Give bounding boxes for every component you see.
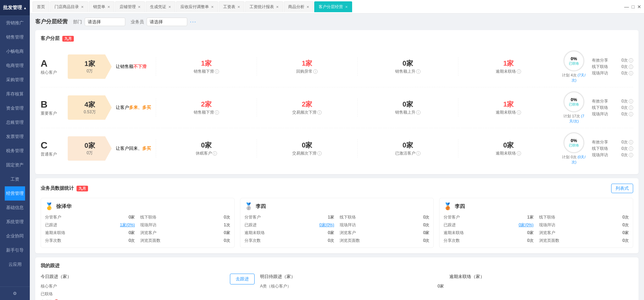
goto-followup-button[interactable]: 去跟进 [230,274,255,284]
sidebar-item-企业协同[interactable]: 企业协同 [5,229,25,243]
info-icon[interactable]: i [629,112,633,116]
stat-label: 浏览客户 [140,230,156,236]
tab-店铺管理[interactable]: 店铺管理✕ [115,1,145,12]
sidebar-collapse-icon[interactable]: ▲ [23,6,27,10]
contact-plan-link[interactable]: (7天/次) [569,114,584,123]
info-icon[interactable]: i [517,110,521,115]
side-stat-row: 线下联络 0次 i [592,146,633,152]
sidebar-item-采购管理[interactable]: 采购管理 [5,73,25,87]
info-icon[interactable]: i [629,106,633,110]
tab-生成凭证[interactable]: 生成凭证✕ [146,1,175,12]
staff-header: 🥇 徐泽华 [45,202,230,210]
stat-value: 1家 [527,214,534,220]
contact-plan-link[interactable]: (0天/次) [572,155,586,164]
sidebar-item-基础信息[interactable]: 基础信息 [5,201,25,215]
sidebar-item-销售管理[interactable]: 销售管理 [5,30,25,44]
window-maximize-icon[interactable]: □ [632,4,635,9]
tab-销货单[interactable]: 销货单✕ [89,1,114,12]
tab-工资表[interactable]: 工资表✕ [219,1,244,12]
info-icon[interactable]: i [629,65,633,69]
info-icon[interactable]: i [629,71,633,75]
info-icon[interactable]: i [215,69,219,74]
tab-close-icon[interactable]: ✕ [276,5,279,9]
info-icon[interactable]: i [317,110,322,115]
sidebar-item-云应用[interactable]: 云应用 [5,257,25,272]
tab-close-icon[interactable]: ✕ [306,5,309,9]
tier-stat-item: 2家 销售额下滑 i [156,98,257,117]
tab-close-icon[interactable]: ✕ [345,5,348,9]
contact-plan: 计划 4次 (7天/次) [561,73,586,83]
sidebar-item-小畅电商[interactable]: 小畅电商 [5,44,25,59]
contact-circle: 0% 已联络 [563,91,584,112]
window-minimize-icon[interactable]: — [624,4,629,9]
info-icon[interactable]: i [629,58,633,63]
sidebar-item-发票管理[interactable]: 发票管理 [5,130,25,144]
info-icon[interactable]: i [213,151,217,156]
tab-label: 商品分析 [288,4,304,10]
biz-header: 业务员数据统计 九月 列表式 [41,184,633,193]
tab-close-icon[interactable]: ✕ [211,5,214,9]
tab-close-icon[interactable]: ✕ [237,5,240,9]
sidebar-item-工资[interactable]: 工资 [5,172,25,186]
tab-客户分层经营[interactable]: 客户分层经营✕ [314,1,352,12]
info-icon[interactable]: i [416,151,421,156]
list-view-button[interactable]: 列表式 [611,184,633,193]
staff-select[interactable]: 请选择 [147,18,187,26]
tier-stat-item: 0家 逾期未联络 i [458,139,559,158]
tab-首页[interactable]: 首页 [33,1,49,12]
side-stat-val-group: 0次 i [621,111,633,117]
tab-close-icon[interactable]: ✕ [168,5,171,9]
tab-应收应付调整单[interactable]: 应收应付调整单✕ [176,1,218,12]
sidebar-item-营销推广[interactable]: 营销推广 [5,16,25,30]
sidebar-item-新手引导[interactable]: 新手引导 [5,243,25,257]
tier-count-content: 0家 0万 [80,136,99,161]
side-stat-val: 0次 [621,57,628,63]
sidebar-item-固定资产[interactable]: 固定资产 [5,158,25,172]
info-icon[interactable]: i [629,153,633,157]
stat-value: 0家 [129,214,135,220]
info-icon[interactable]: i [215,110,219,115]
info-icon[interactable]: i [517,151,521,156]
sidebar-settings[interactable]: ⚙ [0,286,30,300]
window-close-icon[interactable]: ✕ [637,4,641,9]
tab-close-icon[interactable]: ✕ [107,5,110,9]
stat-value[interactable]: 1家(0%) [120,222,135,228]
stat-label: 已跟进 [444,222,456,228]
sidebar-item-税务管理[interactable]: 税务管理 [5,144,25,158]
side-stat-row: 线下联络 0次 i [592,105,633,111]
filter-more-icon[interactable]: ··· [190,19,196,25]
stat-value: 0家 [328,230,334,236]
info-icon[interactable]: i [629,146,633,151]
stat-value[interactable]: 0家(0%) [319,222,334,228]
sidebar-top[interactable]: 批发管理 ▲ [0,0,30,16]
dept-select[interactable]: 请选择 [85,18,125,26]
info-icon[interactable]: i [313,69,318,74]
contact-pct: 0% [571,56,577,61]
sidebar-item-电商管理[interactable]: 电商管理 [5,59,25,73]
info-icon[interactable]: i [317,151,322,156]
contact-plan-link[interactable]: (7天/次) [572,73,586,82]
stat-value: 0家 [423,230,430,236]
info-icon[interactable]: i [416,110,421,115]
tab-工资统计报表[interactable]: 工资统计报表✕ [245,1,283,12]
tier-stat-item: 1家 逾期未联络 i [458,98,559,117]
sidebar-item-经营管理[interactable]: 经营管理 [5,186,25,201]
tier-side-stats: 有效分享 0次 i 线下联络 0次 i 现场拜访 0次 i [589,139,633,158]
info-icon[interactable]: i [416,69,421,74]
sidebar-item-资金管理[interactable]: 资金管理 [5,101,25,115]
tab-商品分析[interactable]: 商品分析✕ [284,1,314,12]
tab-close-icon[interactable]: ✕ [81,5,84,9]
tab-close-icon[interactable]: ✕ [138,5,141,9]
info-icon[interactable]: i [629,99,633,103]
stat-number: 1家 [159,59,254,68]
tier-count-box: 0家 0万 [68,136,112,161]
sidebar-item-系统管理[interactable]: 系统管理 [5,215,25,229]
sidebar-item-总账管理[interactable]: 总账管理 [5,115,25,130]
tab-门店商品目录[interactable]: 门店商品目录✕ [50,1,88,12]
sidebar-item-库存核算[interactable]: 库存核算 [5,87,25,101]
today-followup-rows: 核心客户 已联络 未联络 🔴 下次拜访 🔴 [41,282,224,300]
stat-value[interactable]: 0家(0%) [519,222,534,228]
tier-amount: 0万 [84,150,95,156]
info-icon[interactable]: i [517,69,521,74]
info-icon[interactable]: i [629,140,633,144]
